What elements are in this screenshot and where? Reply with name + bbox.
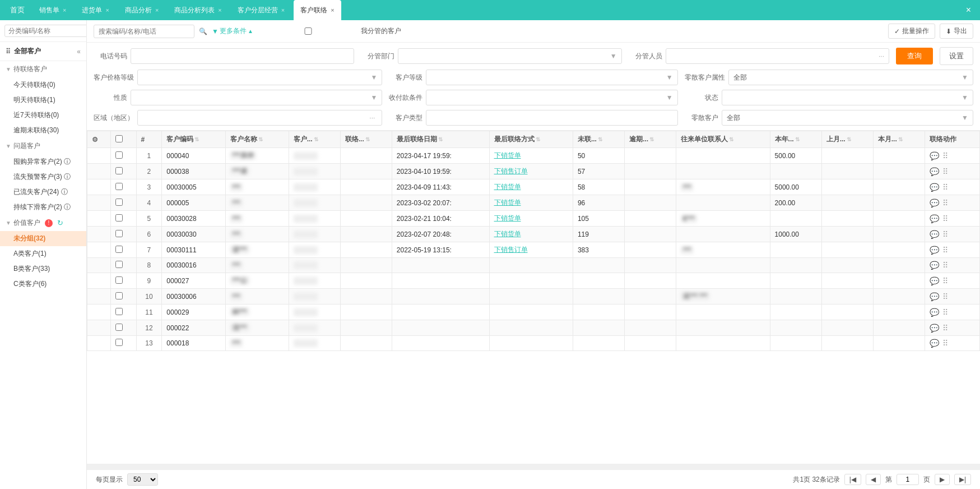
row-checkbox-cell[interactable] <box>111 273 136 289</box>
area-select[interactable]: ··· <box>137 110 382 126</box>
last-month-col-header[interactable]: 上月...⇅ <box>821 131 873 148</box>
this-month-col-header[interactable]: 本月...⇅ <box>873 131 925 148</box>
row-checkbox[interactable] <box>115 339 123 346</box>
query-button[interactable]: 查询 <box>896 48 933 64</box>
search-input[interactable] <box>94 25 194 38</box>
row-checkbox[interactable] <box>115 292 123 299</box>
settings-col-header[interactable]: ⚙ <box>87 131 111 148</box>
row-checkbox-cell[interactable] <box>111 258 136 273</box>
contact-action-icon[interactable]: 💬 <box>930 199 939 207</box>
retail-customer-select[interactable]: 全部 ▼ <box>722 110 973 126</box>
row-checkbox-cell[interactable] <box>111 289 136 305</box>
customer-level-select[interactable]: ▼ <box>426 70 677 85</box>
contact-action-icon[interactable]: 💬 <box>930 339 939 348</box>
row-checkbox[interactable] <box>115 183 123 190</box>
page-number-input[interactable] <box>897 474 919 485</box>
close-icon[interactable]: × <box>63 7 66 13</box>
prev-page-button[interactable]: ◀ <box>866 474 881 485</box>
nav-tab-customer-contact[interactable]: 客户联络 × <box>294 0 341 20</box>
more-action-icon[interactable]: ⠿ <box>942 324 948 333</box>
contact-person-col-header[interactable]: 往来单位联系人⇅ <box>676 131 770 148</box>
status-select[interactable]: ▼ <box>722 90 973 105</box>
horizontal-scrollbar[interactable] <box>87 464 980 469</box>
name-col-header[interactable]: 客户名称⇅ <box>225 131 289 148</box>
close-icon[interactable]: × <box>281 7 285 13</box>
sidebar-item-7days[interactable]: 近7天待联络(0) <box>0 108 86 123</box>
more-action-icon[interactable]: ⠿ <box>942 246 948 255</box>
row-checkbox[interactable] <box>115 214 123 222</box>
checkbox-col-header[interactable] <box>111 131 136 148</box>
contact-action-icon[interactable]: 💬 <box>930 167 939 176</box>
more-conditions-button[interactable]: ▼ 更多条件 ▲ <box>212 26 253 36</box>
dept-select[interactable]: ▼ <box>398 48 621 64</box>
payment-select[interactable]: ▼ <box>426 90 677 105</box>
method-link[interactable]: 下销货单 <box>494 230 521 238</box>
code-col-header[interactable]: 客户编码⇅ <box>162 131 225 148</box>
batch-ops-button[interactable]: ✓ 批量操作 <box>888 24 935 39</box>
search-icon[interactable]: 🔍 <box>199 27 207 35</box>
sidebar-group-value-title[interactable]: ▼ 价值客户 ! ↻ <box>0 215 86 231</box>
contact-action-icon[interactable]: 💬 <box>930 246 939 255</box>
row-checkbox-cell[interactable] <box>111 227 136 242</box>
row-checkbox-cell[interactable] <box>111 320 136 336</box>
collapse-icon[interactable]: « <box>77 48 81 56</box>
more-action-icon[interactable]: ⠿ <box>942 292 948 301</box>
nav-home[interactable]: 首页 <box>4 0 30 20</box>
window-close-button[interactable]: × <box>962 5 976 15</box>
more-action-icon[interactable]: ⠿ <box>942 183 948 192</box>
uncontact-col-header[interactable]: 未联...⇅ <box>573 131 624 148</box>
method-link[interactable]: 下销售订单 <box>494 167 528 175</box>
row-checkbox[interactable] <box>115 261 123 268</box>
close-icon[interactable]: × <box>155 7 159 13</box>
row-checkbox-cell[interactable] <box>111 211 136 227</box>
row-checkbox-cell[interactable] <box>111 195 136 211</box>
phone-input[interactable] <box>131 48 354 64</box>
select-all-checkbox[interactable] <box>115 135 123 142</box>
more-action-icon[interactable]: ⠿ <box>942 167 948 176</box>
overdue-col-header[interactable]: 逾期...⇅ <box>624 131 676 148</box>
method-link[interactable]: 下销货单 <box>494 214 521 222</box>
last-method-col-header[interactable]: 最后联络方式⇅ <box>489 131 573 148</box>
sidebar-item-class-a[interactable]: A类客户(1) <box>0 246 86 261</box>
nav-tab-purchase[interactable]: 进货单 × <box>75 0 115 20</box>
close-icon[interactable]: × <box>218 7 221 13</box>
refresh-icon[interactable]: ↻ <box>57 219 63 227</box>
nav-tab-customer-mgmt[interactable]: 客户分层经营 × <box>231 0 291 20</box>
row-checkbox-cell[interactable] <box>111 164 136 179</box>
my-customers-checkbox[interactable] <box>258 27 359 35</box>
row-checkbox[interactable] <box>115 246 123 253</box>
row-checkbox[interactable] <box>115 230 123 237</box>
row-checkbox[interactable] <box>115 167 123 174</box>
sidebar-all-customers[interactable]: ⠿ 全部客户 « <box>0 42 86 61</box>
more-action-icon[interactable]: ⠿ <box>942 230 948 239</box>
method-link[interactable]: 下销售订单 <box>494 246 528 253</box>
nav-tab-sales[interactable]: 销售单 × <box>32 0 73 20</box>
last-page-button[interactable]: ▶| <box>954 474 971 485</box>
more-action-icon[interactable]: ⠿ <box>942 214 948 223</box>
sidebar-group-pending-title[interactable]: ▼ 待联络客户 <box>0 61 86 77</box>
contact-action-icon[interactable]: 💬 <box>930 276 939 285</box>
more-action-icon[interactable]: ⠿ <box>942 199 948 207</box>
contact-action-icon[interactable]: 💬 <box>930 308 939 317</box>
sidebar-item-ungrouped[interactable]: 未分组(32) <box>0 231 86 246</box>
price-level-select[interactable]: ▼ <box>137 70 382 85</box>
sidebar-item-churn-warning[interactable]: 流失预警客户(3) ⓘ <box>0 169 86 184</box>
customer-type-select[interactable] <box>426 110 677 126</box>
sidebar-item-churned[interactable]: 已流失客户(24) ⓘ <box>0 184 86 200</box>
contact-action-icon[interactable]: 💬 <box>930 261 939 270</box>
row-checkbox-cell[interactable] <box>111 305 136 320</box>
retail-attr-select[interactable]: 全部 ▼ <box>728 70 973 85</box>
person-select[interactable]: ··· <box>666 48 889 64</box>
contact-action-icon[interactable]: 💬 <box>930 230 939 239</box>
row-checkbox-cell[interactable] <box>111 148 136 164</box>
next-page-button[interactable]: ▶ <box>935 474 950 485</box>
more-action-icon[interactable]: ⠿ <box>942 276 948 285</box>
more-icon[interactable]: ··· <box>367 114 377 122</box>
category-search-input[interactable] <box>4 25 87 37</box>
row-checkbox[interactable] <box>115 151 123 159</box>
nature-select[interactable]: ▼ <box>131 90 382 105</box>
contact-action-icon[interactable]: 💬 <box>930 183 939 192</box>
reset-button[interactable]: 设置 <box>940 47 973 65</box>
more-action-icon[interactable]: ⠿ <box>942 308 948 317</box>
sidebar-item-tomorrow[interactable]: 明天待联络(1) <box>0 93 86 108</box>
